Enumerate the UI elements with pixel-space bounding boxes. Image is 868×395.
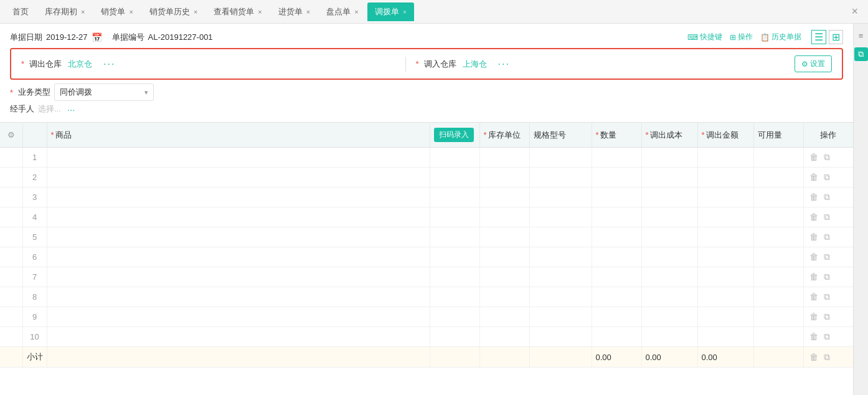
row-delete-icon[interactable]: 🗑 [809, 292, 818, 302]
row-amount[interactable] [697, 188, 753, 207]
row-available[interactable] [753, 207, 803, 227]
row-cost[interactable] [641, 327, 697, 347]
person-select[interactable]: 选择... [38, 103, 61, 115]
row-spec[interactable] [529, 327, 592, 347]
row-spec[interactable] [529, 307, 592, 327]
row-delete-icon[interactable]: 🗑 [809, 331, 818, 341]
row-unit[interactable] [479, 307, 529, 327]
tab-close-sales-history[interactable]: × [194, 8, 197, 16]
row-qty[interactable] [592, 168, 641, 188]
row-unit[interactable] [479, 148, 529, 168]
row-spec[interactable] [529, 247, 592, 267]
row-delete-icon[interactable]: 🗑 [809, 212, 818, 222]
date-value[interactable]: 2019-12-27 [46, 32, 88, 42]
row-amount[interactable] [697, 227, 753, 247]
subtotal-delete-icon[interactable]: 🗑 [809, 352, 818, 362]
warehouse-out-value[interactable]: 北京仓 [68, 59, 92, 70]
row-available[interactable] [753, 267, 803, 287]
row-product[interactable] [47, 287, 430, 307]
row-product[interactable] [47, 188, 430, 207]
row-copy-icon[interactable]: ⧉ [824, 152, 830, 162]
row-qty[interactable] [592, 148, 641, 168]
row-unit[interactable] [479, 287, 529, 307]
business-type-select[interactable]: 同价调拨 ▾ [54, 83, 154, 101]
warehouse-in-more[interactable]: ··· [498, 59, 510, 70]
row-amount[interactable] [697, 148, 753, 168]
row-cost[interactable] [641, 148, 697, 168]
row-delete-icon[interactable]: 🗑 [809, 192, 818, 202]
row-cost[interactable] [641, 207, 697, 227]
row-amount[interactable] [697, 267, 753, 287]
row-amount[interactable] [697, 327, 753, 347]
row-amount[interactable] [697, 287, 753, 307]
row-spec[interactable] [529, 168, 592, 188]
tab-close-inventory-init[interactable]: × [81, 8, 85, 16]
row-cost[interactable] [641, 168, 697, 188]
row-copy-icon[interactable]: ⧉ [824, 272, 830, 282]
row-product[interactable] [47, 168, 430, 188]
tab-close-view-sales[interactable]: × [258, 8, 262, 16]
warehouse-in-value[interactable]: 上海仓 [463, 59, 487, 70]
scan-input-btn[interactable]: 扫码录入 [434, 128, 474, 142]
row-amount[interactable] [697, 207, 753, 227]
shortcut-btn[interactable]: ⌨ 快捷键 [687, 32, 722, 42]
row-available[interactable] [753, 168, 803, 188]
row-available[interactable] [753, 148, 803, 168]
row-cost[interactable] [641, 307, 697, 327]
person-more[interactable]: ··· [67, 104, 75, 115]
calendar-icon[interactable]: 📅 [92, 32, 102, 42]
sidebar-list-icon[interactable]: ≡ [854, 29, 868, 42]
subtotal-copy-icon[interactable]: ⧉ [824, 352, 830, 362]
tab-inventory-check[interactable]: 盘点单 × [319, 2, 366, 21]
row-delete-icon[interactable]: 🗑 [809, 272, 818, 282]
row-spec[interactable] [529, 267, 592, 287]
row-unit[interactable] [479, 207, 529, 227]
row-delete-icon[interactable]: 🗑 [809, 252, 818, 262]
warehouse-out-more[interactable]: ··· [103, 59, 115, 70]
tab-purchase[interactable]: 进货单 × [271, 2, 318, 21]
row-unit[interactable] [479, 247, 529, 267]
row-spec[interactable] [529, 227, 592, 247]
row-cost[interactable] [641, 267, 697, 287]
row-delete-icon[interactable]: 🗑 [809, 232, 818, 242]
row-qty[interactable] [592, 267, 641, 287]
row-available[interactable] [753, 307, 803, 327]
tab-home[interactable]: 首页 [5, 2, 36, 21]
row-unit[interactable] [479, 227, 529, 247]
tab-transfer[interactable]: 调拨单 × [367, 2, 414, 21]
row-product[interactable] [47, 267, 430, 287]
row-product[interactable] [47, 207, 430, 227]
row-spec[interactable] [529, 207, 592, 227]
layout-grid-btn[interactable]: ⊞ [829, 30, 843, 44]
window-close-button[interactable]: × [846, 5, 863, 18]
row-copy-icon[interactable]: ⧉ [824, 192, 830, 202]
tab-close-inventory-check[interactable]: × [354, 8, 358, 16]
row-product[interactable] [47, 307, 430, 327]
tab-sales-history[interactable]: 销货单历史 × [142, 2, 205, 21]
row-available[interactable] [753, 327, 803, 347]
tab-close-purchase[interactable]: × [306, 8, 310, 16]
tab-close-transfer[interactable]: × [403, 8, 407, 16]
row-copy-icon[interactable]: ⧉ [824, 232, 830, 242]
operation-btn[interactable]: ⊞ 操作 [730, 32, 753, 42]
tab-inventory-init[interactable]: 库存期初 × [37, 2, 92, 21]
row-delete-icon[interactable]: 🗑 [809, 312, 818, 321]
row-qty[interactable] [592, 207, 641, 227]
row-cost[interactable] [641, 227, 697, 247]
row-available[interactable] [753, 247, 803, 267]
tab-sales-order[interactable]: 销货单 × [93, 2, 140, 21]
row-product[interactable] [47, 148, 430, 168]
row-spec[interactable] [529, 148, 592, 168]
row-cost[interactable] [641, 247, 697, 267]
tab-close-sales-order[interactable]: × [129, 8, 133, 16]
row-product[interactable] [47, 247, 430, 267]
row-qty[interactable] [592, 188, 641, 207]
row-unit[interactable] [479, 168, 529, 188]
row-copy-icon[interactable]: ⧉ [824, 212, 830, 222]
history-btn[interactable]: 📋 历史单据 [760, 32, 801, 42]
row-qty[interactable] [592, 227, 641, 247]
row-qty[interactable] [592, 307, 641, 327]
row-unit[interactable] [479, 188, 529, 207]
sidebar-expand-icon[interactable]: ⧉ [854, 47, 868, 61]
row-copy-icon[interactable]: ⧉ [824, 312, 830, 321]
